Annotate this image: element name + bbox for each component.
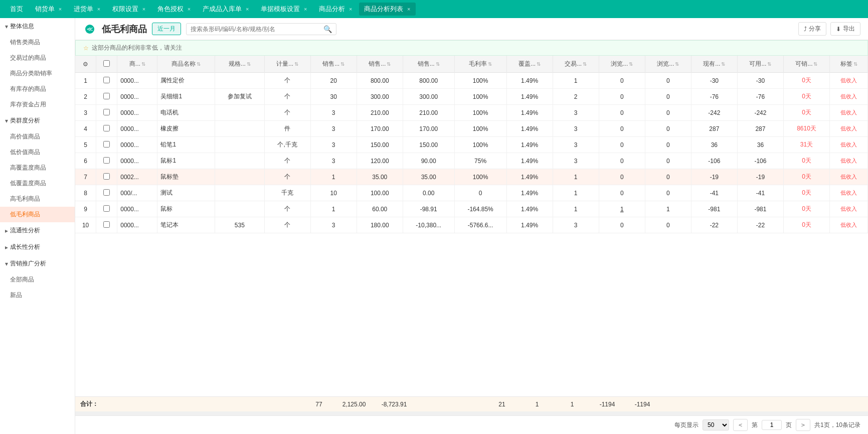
row-select-checkbox[interactable]: [103, 157, 110, 164]
sidebar-group-marketing[interactable]: ▾ 营销推广分析: [0, 255, 75, 272]
row-view1[interactable]: 0: [599, 73, 645, 89]
row-select-checkbox[interactable]: [103, 189, 110, 196]
row-available: -41: [737, 185, 783, 201]
sidebar-item-all-goods[interactable]: 全部商品: [0, 272, 75, 287]
row-no: 4: [75, 121, 96, 137]
nav-role[interactable]: 角色授权 ×: [152, 3, 196, 16]
top-navigation: 首页 销货单 × 进货单 × 权限设置 × 角色授权 × 产成品入库单 × 单据…: [0, 0, 868, 18]
share-button[interactable]: ⤴ 分享: [798, 22, 826, 36]
nav-purchase[interactable]: 进货单 ×: [69, 3, 105, 16]
tab-recent-month[interactable]: 近一月: [152, 23, 181, 35]
th-name: 商品名称⇅: [157, 56, 215, 73]
nav-template-close[interactable]: ×: [304, 6, 307, 12]
sidebar-item-high-margin[interactable]: 高毛利商品: [0, 191, 75, 207]
nav-goods-analysis[interactable]: 商品分析 ×: [314, 3, 357, 16]
row-current: 36: [691, 137, 737, 153]
page-size-select[interactable]: 50 100 200: [703, 419, 729, 430]
row-view1[interactable]: 0: [599, 217, 645, 233]
export-button[interactable]: ⬇ 导出: [830, 22, 860, 36]
prev-page-btn[interactable]: ＜: [733, 419, 748, 431]
row-checkbox[interactable]: [96, 105, 117, 121]
row-code: 0000...: [117, 153, 157, 169]
nav-goods-analysis-list[interactable]: 商品分析列表 ×: [359, 3, 415, 16]
row-current: 287: [691, 121, 737, 137]
nav-product-in[interactable]: 产成品入库单 ×: [198, 3, 254, 16]
nav-sales[interactable]: 销货单 ×: [30, 3, 67, 16]
nav-permission[interactable]: 权限设置 ×: [107, 3, 150, 16]
sidebar-group-growth[interactable]: ▸ 成长性分析: [0, 239, 75, 255]
sidebar-item-sales-goods[interactable]: 销售类商品: [0, 35, 75, 50]
row-view1[interactable]: 0: [599, 105, 645, 121]
row-select-checkbox[interactable]: [103, 93, 110, 99]
row-checkbox[interactable]: [96, 73, 117, 89]
sidebar-item-new-goods[interactable]: 新品: [0, 287, 75, 303]
sidebar-item-low-value[interactable]: 低价值商品: [0, 144, 75, 160]
sidebar-item-stock-capital[interactable]: 库存资金占用: [0, 97, 75, 112]
sidebar-item-high-coverage[interactable]: 高覆盖度商品: [0, 160, 75, 176]
row-sale-price: 150.00: [357, 137, 403, 153]
row-view1[interactable]: 1: [599, 201, 645, 217]
row-view1[interactable]: 0: [599, 185, 645, 201]
nav-permission-close[interactable]: ×: [142, 6, 145, 12]
star-icon: ☆: [83, 45, 89, 52]
row-checkbox[interactable]: [96, 153, 117, 169]
row-name: 铅笔1: [157, 137, 215, 153]
sidebar-item-category-rate[interactable]: 商品分类助销率: [0, 66, 75, 81]
sidebar-item-stock-goods[interactable]: 有库存的商品: [0, 81, 75, 97]
row-sale-price: 170.00: [357, 121, 403, 137]
row-checkbox[interactable]: [96, 201, 117, 217]
sidebar-item-low-coverage[interactable]: 低覆盖度商品: [0, 176, 75, 191]
row-view2: 0: [645, 185, 691, 201]
sidebar-group-cluster[interactable]: ▾ 类群度分析: [0, 112, 75, 129]
select-all-checkbox[interactable]: [103, 60, 110, 67]
row-current: -30: [691, 73, 737, 89]
row-spec: 参加复试: [215, 89, 264, 105]
sidebar-group-overall[interactable]: ▾ 整体信息: [0, 18, 75, 35]
nav-goods-list-close[interactable]: ×: [407, 6, 410, 12]
page-number-input[interactable]: [762, 420, 782, 430]
row-select-checkbox[interactable]: [103, 221, 110, 228]
th-setting[interactable]: ⚙: [75, 56, 96, 73]
row-cover: 1.49%: [506, 153, 553, 169]
sidebar-item-traded-goods[interactable]: 交易过的商品: [0, 50, 75, 66]
nav-purchase-close[interactable]: ×: [97, 6, 100, 12]
row-view2: 0: [645, 153, 691, 169]
row-select-checkbox[interactable]: [103, 109, 110, 115]
nav-home[interactable]: 首页: [5, 3, 28, 16]
search-icon[interactable]: 🔍: [323, 25, 332, 33]
row-checkbox[interactable]: [96, 217, 117, 233]
row-view1[interactable]: 0: [599, 121, 645, 137]
row-no: 3: [75, 105, 96, 121]
nav-role-close[interactable]: ×: [188, 6, 191, 12]
next-page-btn[interactable]: ＞: [796, 419, 810, 431]
row-no: 2: [75, 89, 96, 105]
collapse-sidebar-btn[interactable]: ≪: [85, 25, 94, 34]
search-input[interactable]: [191, 26, 323, 33]
row-checkbox[interactable]: [96, 185, 117, 201]
sidebar-item-low-margin[interactable]: 低毛利商品: [0, 207, 75, 222]
row-view1[interactable]: 0: [599, 137, 645, 153]
nav-goods-analysis-close[interactable]: ×: [349, 6, 352, 12]
th-checkbox[interactable]: [96, 56, 117, 73]
nav-product-in-close[interactable]: ×: [246, 6, 249, 12]
row-select-checkbox[interactable]: [103, 173, 110, 180]
row-view1[interactable]: 0: [599, 153, 645, 169]
nav-template[interactable]: 单据模板设置 ×: [256, 3, 312, 16]
sidebar-group-flow[interactable]: ▸ 流通性分析: [0, 222, 75, 239]
row-view1[interactable]: 0: [599, 169, 645, 185]
row-checkbox[interactable]: [96, 169, 117, 185]
nav-sales-close[interactable]: ×: [59, 6, 62, 12]
row-cover: 1.49%: [506, 201, 553, 217]
row-select-checkbox[interactable]: [103, 141, 110, 148]
horizontal-scrollbar[interactable]: [75, 411, 868, 415]
row-checkbox[interactable]: [96, 89, 117, 105]
row-view1[interactable]: 0: [599, 89, 645, 105]
table-row: 1 0000... 属性定价 个 20 800.00 800.00 100% 1…: [75, 73, 868, 89]
row-checkbox[interactable]: [96, 137, 117, 153]
row-select-checkbox[interactable]: [103, 77, 110, 83]
row-select-checkbox[interactable]: [103, 205, 110, 212]
row-select-checkbox[interactable]: [103, 125, 110, 131]
sidebar-item-high-value[interactable]: 高价值商品: [0, 129, 75, 144]
row-checkbox[interactable]: [96, 121, 117, 137]
row-code: 0002...: [117, 169, 157, 185]
